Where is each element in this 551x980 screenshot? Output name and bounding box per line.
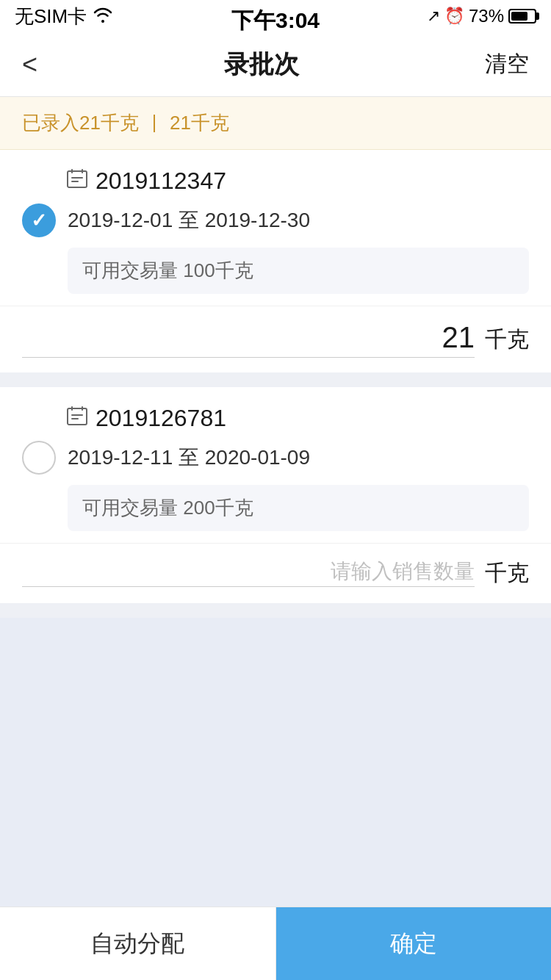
recorded-label: 已录入21千克 xyxy=(22,110,139,136)
batch-1-date-row: 2019-12-01 至 2019-12-30 xyxy=(22,203,529,237)
content-scroll: 2019112347 2019-12-01 至 2019-12-30 可用交易量… xyxy=(0,150,551,980)
status-time: 下午3:04 xyxy=(231,6,320,36)
qty-underline-1 xyxy=(22,321,475,358)
svg-rect-4 xyxy=(71,414,83,416)
batch-2-date-row: 2019-12-11 至 2020-01-09 xyxy=(22,441,529,475)
qty-input-1[interactable] xyxy=(386,321,475,354)
batch-1-icon xyxy=(66,168,88,194)
clear-button[interactable]: 清空 xyxy=(485,49,529,79)
batch-2-icon xyxy=(66,406,88,431)
batch-2-available: 可用交易量 200千克 xyxy=(68,485,529,531)
carrier-text: 无SIM卡 xyxy=(15,4,87,29)
recorded-value: 21千克 xyxy=(170,110,229,136)
batch-1-header: 2019112347 xyxy=(66,167,529,195)
batch-2-header: 2019126781 xyxy=(66,405,529,432)
section-separator-1 xyxy=(0,372,551,387)
bottom-bar: 自动分配 确定 xyxy=(0,907,551,980)
batch-2-date: 2019-12-11 至 2020-01-09 xyxy=(68,444,310,472)
svg-rect-2 xyxy=(71,181,79,182)
back-button[interactable]: < xyxy=(22,49,37,80)
confirm-label: 确定 xyxy=(390,928,437,960)
wifi-icon xyxy=(93,5,113,28)
svg-rect-0 xyxy=(68,171,87,187)
empty-area xyxy=(0,618,551,926)
location-icon: ↗ xyxy=(427,7,440,26)
qty-row-2: 千克 xyxy=(0,543,551,603)
batch-1-radio[interactable] xyxy=(22,203,56,237)
qty-input-2[interactable] xyxy=(269,560,475,583)
nav-bar: < 录批次 清空 xyxy=(0,32,551,97)
banner-divider xyxy=(154,115,155,132)
auto-distribute-label: 自动分配 xyxy=(90,928,184,960)
confirm-button[interactable]: 确定 xyxy=(276,907,552,980)
qty-row-1: 千克 xyxy=(0,306,551,372)
batch-1-date: 2019-12-01 至 2019-12-30 xyxy=(68,206,310,234)
battery-icon xyxy=(508,9,536,24)
info-banner: 已录入21千克 21千克 xyxy=(0,97,551,150)
section-separator-2 xyxy=(0,603,551,618)
batch-item-2: 2019126781 2019-12-11 至 2020-01-09 可用交易量… xyxy=(0,387,551,543)
status-bar: 无SIM卡 下午3:04 ↗ ⏰ 73% xyxy=(0,0,551,32)
page-title: 录批次 xyxy=(224,48,299,82)
batch-2-number: 2019126781 xyxy=(96,405,226,432)
alarm-icon: ⏰ xyxy=(444,7,464,26)
qty-unit-2: 千克 xyxy=(485,558,529,588)
batch-1-available: 可用交易量 100千克 xyxy=(68,248,529,294)
status-right: ↗ ⏰ 73% xyxy=(427,6,536,26)
batch-2-radio[interactable] xyxy=(22,441,56,475)
auto-distribute-button[interactable]: 自动分配 xyxy=(0,907,276,980)
battery-fill xyxy=(511,12,527,21)
batch-1-number: 2019112347 xyxy=(96,167,226,195)
svg-rect-1 xyxy=(71,177,83,179)
status-left: 无SIM卡 xyxy=(15,4,113,29)
battery-percent: 73% xyxy=(469,6,504,26)
svg-rect-3 xyxy=(68,408,87,425)
batch-item-1: 2019112347 2019-12-01 至 2019-12-30 可用交易量… xyxy=(0,150,551,306)
qty-unit-1: 千克 xyxy=(485,325,529,355)
svg-rect-5 xyxy=(71,418,79,419)
qty-underline-2 xyxy=(22,560,475,587)
